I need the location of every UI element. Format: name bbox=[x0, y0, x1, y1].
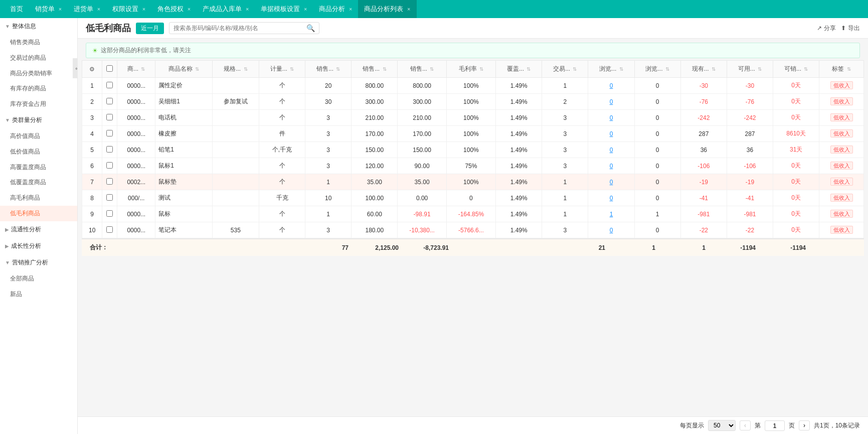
th-name[interactable]: 商品名称 ⇅ bbox=[155, 61, 213, 78]
sidebar-item-sales-goods[interactable]: 销售类商品 bbox=[0, 35, 77, 50]
row-select-checkbox[interactable] bbox=[106, 98, 113, 104]
sidebar-item-high-value[interactable]: 高价值商品 bbox=[0, 128, 77, 144]
row-checkbox[interactable] bbox=[102, 174, 117, 190]
sidebar-group-circulation[interactable]: ▶ 流通性分析 bbox=[0, 221, 77, 238]
nav-item-sales[interactable]: 销货单 × bbox=[29, 0, 68, 18]
nav-item-template[interactable]: 单据模板设置 × bbox=[255, 0, 313, 18]
row-browse1[interactable]: 0 bbox=[588, 142, 634, 158]
sidebar-group-cluster[interactable]: ▼ 类群量分析 bbox=[0, 112, 77, 128]
sidebar-group-general[interactable]: ▼ 整体信息 bbox=[0, 18, 77, 35]
next-page-button[interactable]: › bbox=[799, 420, 810, 430]
th-browse2[interactable]: 浏览... ⇅ bbox=[634, 61, 680, 78]
page-size-select[interactable]: 50 20 100 bbox=[708, 420, 736, 431]
th-transaction[interactable]: 交易... ⇅ bbox=[542, 61, 588, 78]
sidebar-item-low-coverage[interactable]: 低覆盖度商品 bbox=[0, 175, 77, 190]
close-icon[interactable]: × bbox=[349, 6, 352, 12]
date-filter-button[interactable]: 近一月 bbox=[136, 23, 164, 34]
sidebar-collapse-button[interactable]: « bbox=[73, 58, 78, 78]
nav-item-home[interactable]: 首页 bbox=[4, 0, 29, 18]
th-tag[interactable]: 标签 ⇅ bbox=[819, 61, 864, 78]
th-saleable[interactable]: 可销... ⇅ bbox=[773, 61, 819, 78]
sidebar-item-low-value[interactable]: 低价值商品 bbox=[0, 144, 77, 160]
close-icon[interactable]: × bbox=[59, 6, 62, 12]
sidebar-item-all-goods[interactable]: 全部商品 bbox=[0, 271, 77, 286]
row-select-checkbox[interactable] bbox=[106, 178, 113, 185]
row-select-checkbox[interactable] bbox=[106, 210, 113, 217]
sidebar-item-high-coverage[interactable]: 高覆盖度商品 bbox=[0, 160, 77, 175]
row-select-checkbox[interactable] bbox=[106, 146, 113, 153]
sidebar-group-marketing[interactable]: ▼ 营销推广分析 bbox=[0, 254, 77, 271]
row-checkbox[interactable] bbox=[102, 94, 117, 110]
row-select-checkbox[interactable] bbox=[106, 114, 113, 120]
nav-item-product-entry[interactable]: 产成品入库单 × bbox=[197, 0, 255, 18]
th-spec[interactable]: 规格... ⇅ bbox=[212, 61, 259, 78]
row-select-checkbox[interactable] bbox=[106, 82, 113, 88]
row-tag: 低收入 bbox=[819, 158, 864, 174]
nav-item-purchase[interactable]: 进货单 × bbox=[68, 0, 106, 18]
sidebar-item-traded-goods[interactable]: 交易过的商品 bbox=[0, 50, 77, 66]
sidebar-item-low-margin[interactable]: 低毛利商品 bbox=[0, 206, 77, 221]
row-checkbox[interactable] bbox=[102, 126, 117, 142]
row-current-stock: -242 bbox=[680, 110, 727, 126]
row-unit: 个 bbox=[259, 174, 305, 190]
close-icon[interactable]: × bbox=[246, 6, 249, 12]
th-gross-margin[interactable]: 毛利率 ⇅ bbox=[446, 61, 495, 78]
share-button[interactable]: ↗ 分享 bbox=[817, 24, 836, 33]
th-current-stock[interactable]: 现有... ⇅ bbox=[680, 61, 727, 78]
close-icon[interactable]: × bbox=[304, 6, 307, 12]
sidebar-item-stock-capital[interactable]: 库存资金占用 bbox=[0, 96, 77, 112]
sidebar-item-in-stock[interactable]: 有库存的商品 bbox=[0, 81, 77, 96]
search-input[interactable] bbox=[173, 25, 306, 32]
row-checkbox[interactable] bbox=[102, 206, 117, 222]
row-browse1[interactable]: 1 bbox=[588, 206, 634, 222]
row-checkbox[interactable] bbox=[102, 190, 117, 206]
nav-item-analysis-list[interactable]: 商品分析列表 × bbox=[358, 0, 416, 18]
close-icon[interactable]: × bbox=[188, 6, 191, 12]
row-select-checkbox[interactable] bbox=[106, 162, 113, 169]
row-checkbox[interactable] bbox=[102, 142, 117, 158]
row-browse1[interactable]: 0 bbox=[588, 110, 634, 126]
row-checkbox[interactable] bbox=[102, 78, 117, 94]
row-browse1[interactable]: 0 bbox=[588, 222, 634, 238]
sidebar-item-high-margin[interactable]: 高毛利商品 bbox=[0, 190, 77, 206]
row-browse1[interactable]: 0 bbox=[588, 158, 634, 174]
nav-item-permission[interactable]: 权限设置 × bbox=[106, 0, 151, 18]
th-coverage[interactable]: 覆盖... ⇅ bbox=[496, 61, 542, 78]
page-number-input[interactable] bbox=[765, 420, 785, 431]
th-browse1[interactable]: 浏览... ⇅ bbox=[588, 61, 634, 78]
row-browse1[interactable]: 0 bbox=[588, 78, 634, 94]
row-transaction: 3 bbox=[542, 158, 588, 174]
nav-item-role[interactable]: 角色授权 × bbox=[151, 0, 197, 18]
row-browse1[interactable]: 0 bbox=[588, 94, 634, 110]
close-icon[interactable]: × bbox=[97, 6, 100, 12]
sidebar-item-new-goods[interactable]: 新品 bbox=[0, 286, 77, 302]
th-code[interactable]: 商... ⇅ bbox=[117, 61, 155, 78]
sidebar-item-category-sales[interactable]: 商品分类助销率 bbox=[0, 66, 77, 81]
row-saleable: 0天 bbox=[773, 222, 819, 238]
th-sales-amount[interactable]: 销售... ⇅ bbox=[398, 61, 446, 78]
close-icon[interactable]: × bbox=[407, 6, 410, 12]
export-button[interactable]: ⬆ 导出 bbox=[841, 24, 860, 33]
th-sales-qty[interactable]: 销售... ⇅ bbox=[305, 61, 352, 78]
th-settings[interactable]: ⚙ bbox=[82, 61, 102, 78]
th-sales-price[interactable]: 销售... ⇅ bbox=[352, 61, 398, 78]
close-icon[interactable]: × bbox=[142, 6, 145, 12]
row-select-checkbox[interactable] bbox=[106, 226, 113, 233]
row-browse1[interactable]: 0 bbox=[588, 126, 634, 142]
row-checkbox[interactable] bbox=[102, 222, 117, 238]
sidebar-group-growth[interactable]: ▶ 成长性分析 bbox=[0, 238, 77, 254]
row-checkbox[interactable] bbox=[102, 158, 117, 174]
row-select-checkbox[interactable] bbox=[106, 194, 113, 201]
th-checkbox[interactable] bbox=[102, 61, 117, 78]
row-browse1[interactable]: 0 bbox=[588, 190, 634, 206]
nav-item-analysis[interactable]: 商品分析 × bbox=[313, 0, 358, 18]
row-select-checkbox[interactable] bbox=[106, 130, 113, 136]
row-browse1[interactable]: 0 bbox=[588, 174, 634, 190]
row-checkbox[interactable] bbox=[102, 110, 117, 126]
table-header-row: ⚙ 商... ⇅ 商品名称 ⇅ 规格... ⇅ 计量... ⇅ 销售... ⇅ … bbox=[82, 61, 864, 78]
th-available[interactable]: 可用... ⇅ bbox=[727, 61, 773, 78]
select-all-checkbox[interactable] bbox=[106, 65, 113, 72]
prev-page-button[interactable]: ‹ bbox=[740, 420, 751, 430]
search-icon[interactable]: 🔍 bbox=[306, 24, 315, 32]
th-unit[interactable]: 计量... ⇅ bbox=[259, 61, 305, 78]
